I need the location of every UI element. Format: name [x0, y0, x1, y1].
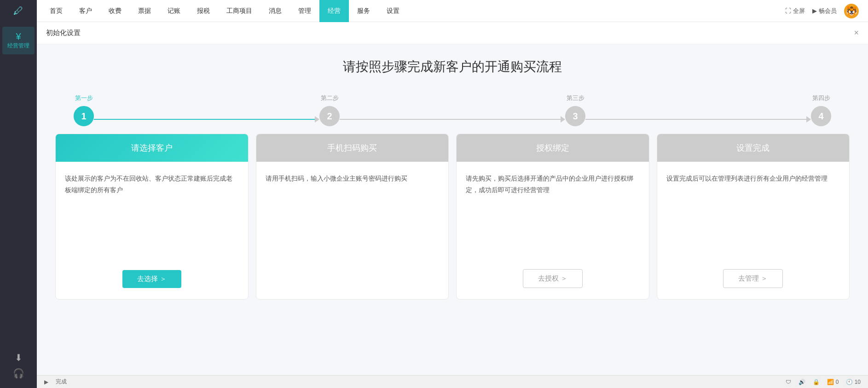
status-text: 完成	[56, 378, 67, 386]
card-scan-buy: 手机扫码购买 请用手机扫码，输入小微企业主账号密码进行购买	[256, 134, 449, 300]
sidebar: ¥ 经营管理 ⬇ 🎧	[0, 22, 37, 388]
card-3-body: 请先购买，购买后选择开通的产品中的企业用户进行授权绑定，成功后即可进行经营管理	[457, 162, 649, 262]
go-manage-button[interactable]: 去管理 ＞	[723, 269, 783, 288]
download-icon[interactable]: ⬇	[15, 352, 23, 363]
steps-row: 第一步 1 第二步 2	[55, 94, 850, 126]
fullscreen-button[interactable]: ⛶ 全屏	[785, 7, 805, 15]
status-bar-right: 🛡 🔊 🔒 📶 0 🕙 10	[786, 379, 861, 385]
card-2-footer	[256, 281, 449, 299]
main-title: 请按照步骤完成新客户的开通购买流程	[55, 58, 850, 76]
logo-area: 🖊	[0, 0, 37, 22]
nav-item-account[interactable]: 记账	[159, 0, 189, 22]
step-4-circle: 4	[811, 106, 831, 126]
card-4-body: 设置完成后可以在管理列表进行所有企业用户的经营管理	[657, 162, 850, 262]
page-title: 初始化设置	[46, 29, 81, 37]
volume-icon: 🔊	[799, 379, 805, 385]
step-4-label: 第四步	[812, 94, 830, 102]
card-4-footer: 去管理 ＞	[657, 262, 850, 299]
go-select-button[interactable]: 去选择 ＞	[122, 270, 181, 288]
card-4-header: 设置完成	[657, 134, 850, 162]
step-3-label: 第三步	[567, 94, 584, 102]
card-2-body: 请用手机扫码，输入小微企业主账号密码进行购买	[256, 162, 449, 281]
headset-icon[interactable]: 🎧	[13, 368, 24, 379]
content-header: 初始化设置 ×	[37, 22, 868, 44]
step-3-circle: 3	[565, 106, 585, 126]
shield-icon: 🛡	[786, 379, 791, 385]
step-2-label: 第二步	[321, 94, 339, 102]
clock-icon: 🕙 10	[846, 379, 861, 385]
member-button[interactable]: ▶ 畅会员	[812, 7, 837, 15]
logo-icon: 🖊	[13, 5, 23, 17]
card-3-header: 授权绑定	[457, 134, 649, 162]
connector-3-4	[585, 116, 811, 123]
nav-item-fee[interactable]: 收费	[100, 0, 130, 22]
nav-item-service[interactable]: 服务	[349, 0, 378, 22]
nav-item-bill[interactable]: 票据	[130, 0, 159, 22]
go-auth-button[interactable]: 去授权 ＞	[523, 269, 583, 288]
step-3: 第三步 3	[565, 94, 585, 126]
wifi-icon: 📶 0	[827, 379, 839, 385]
step-4: 第四步 4	[811, 94, 831, 126]
play-icon: ▶	[44, 379, 48, 385]
sidebar-item-operation[interactable]: ¥ 经营管理	[2, 27, 35, 54]
card-2-header: 手机扫码购买	[256, 134, 449, 162]
nav-item-home[interactable]: 首页	[41, 0, 71, 22]
close-button[interactable]: ×	[854, 28, 859, 38]
status-bar: ▶ 完成 🛡 🔊 🔒 📶 0 🕙 10	[37, 375, 868, 388]
lock-icon: 🔒	[813, 379, 820, 385]
connector-2-3	[340, 116, 565, 123]
content-body: 请按照步骤完成新客户的开通购买流程 第一步 1 第二步	[37, 44, 868, 375]
nav-item-customer[interactable]: 客户	[71, 0, 100, 22]
step-2: 第二步 2	[319, 94, 340, 126]
nav-item-message[interactable]: 消息	[260, 0, 290, 22]
sidebar-item-label: 经营管理	[5, 42, 32, 50]
nav-item-manage[interactable]: 管理	[290, 0, 319, 22]
sidebar-bottom: ⬇ 🎧	[13, 352, 24, 388]
card-select-customer: 请选择客户 该处展示的客户为不在回收站、客户状态正常建账后完成老板端绑定的所有客…	[55, 134, 249, 300]
nav-right: ⛶ 全屏 ▶ 畅会员 🐯	[776, 4, 868, 18]
yen-icon: ¥	[5, 31, 32, 42]
nav-item-business[interactable]: 工商项目	[218, 0, 260, 22]
card-1-footer: 去选择 ＞	[56, 263, 248, 299]
play-icon: ▶	[812, 7, 817, 14]
step-1-circle: 1	[74, 106, 94, 126]
step-1-label: 第一步	[75, 94, 93, 102]
card-1-header: 请选择客户	[56, 134, 248, 162]
card-auth-bind: 授权绑定 请先购买，购买后选择开通的产品中的企业用户进行授权绑定，成功后即可进行…	[456, 134, 649, 300]
top-nav: 🖊 首页 客户 收费 票据 记账 报税 工商项目 消息 管理 经营 服务 设置 …	[0, 0, 868, 22]
step-1: 第一步 1	[74, 94, 94, 126]
card-setup-complete: 设置完成 设置完成后可以在管理列表进行所有企业用户的经营管理 去管理 ＞	[657, 134, 850, 300]
content-area: 初始化设置 × 请按照步骤完成新客户的开通购买流程 第一步 1	[37, 22, 868, 388]
cards-row: 请选择客户 该处展示的客户为不在回收站、客户状态正常建账后完成老板端绑定的所有客…	[55, 134, 850, 300]
nav-item-tax[interactable]: 报税	[189, 0, 218, 22]
main-layout: ¥ 经营管理 ⬇ 🎧 初始化设置 × 请按照步骤完成新客户的开通购买流程 第一步	[0, 22, 868, 388]
card-1-body: 该处展示的客户为不在回收站、客户状态正常建账后完成老板端绑定的所有客户	[56, 162, 248, 263]
nav-item-settings[interactable]: 设置	[378, 0, 408, 22]
fullscreen-icon: ⛶	[785, 7, 791, 14]
card-3-footer: 去授权 ＞	[457, 262, 649, 299]
nav-item-operation[interactable]: 经营	[319, 0, 349, 22]
step-2-circle: 2	[319, 106, 340, 126]
avatar[interactable]: 🐯	[844, 4, 859, 18]
nav-items: 首页 客户 收费 票据 记账 报税 工商项目 消息 管理 经营 服务 设置	[37, 0, 776, 22]
connector-1-2	[94, 116, 319, 123]
